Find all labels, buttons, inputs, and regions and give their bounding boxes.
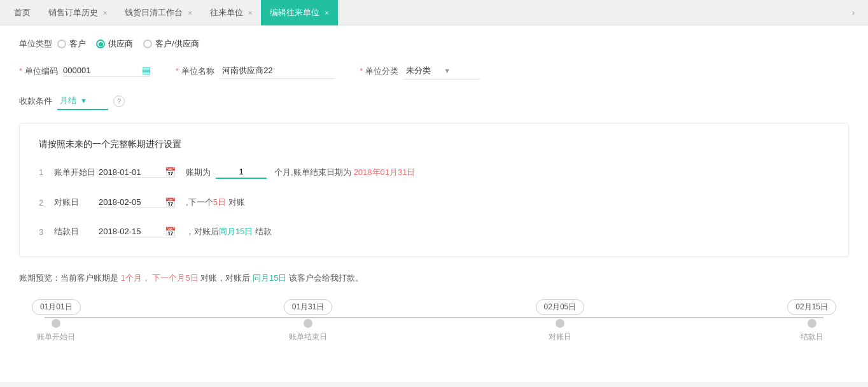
tab-partner[interactable]: 往来单位 × — [201, 0, 261, 25]
tl-label-1: 01月01日 — [32, 299, 81, 315]
tl-node-2: 01月31日 账单结束日 — [284, 299, 333, 342]
tl-node-4: 02月15日 结款日 — [787, 299, 836, 342]
period-input[interactable] — [216, 165, 267, 179]
unit-category-value: 未分类 — [406, 65, 440, 76]
tab-expand-button[interactable]: › — [844, 8, 863, 17]
unit-category-label: 单位分类 — [365, 66, 398, 77]
payment-prefix: ，对账后 — [186, 226, 219, 237]
preview-end: 该客户会给我打款。 — [289, 273, 363, 283]
reconcile-date-calendar-icon[interactable]: 📅 — [165, 197, 176, 208]
unit-type-row: 单位类型 客户 供应商 客户/供应商 — [19, 38, 849, 50]
tl-sublabel-2: 账单结束日 — [289, 332, 327, 342]
tl-dot-4 — [808, 319, 816, 328]
close-edit-partner-tab[interactable]: × — [325, 9, 328, 17]
timeline-container: 01月01日 账单开始日 01月31日 账单结束日 02月05日 对账日 02月… — [19, 299, 849, 342]
row-num-2: 2 — [39, 198, 54, 208]
unit-name-item: * 单位名称 — [176, 64, 334, 79]
unit-name-required: * — [176, 66, 179, 76]
tl-node-1: 01月01日 账单开始日 — [32, 299, 81, 342]
unit-category-arrow-icon: ▼ — [444, 67, 477, 74]
tl-sublabel-1: 账单开始日 — [37, 332, 75, 342]
row-label-3: 结款日 — [54, 226, 99, 237]
close-cashier-tab[interactable]: × — [188, 9, 192, 17]
unit-name-label: 单位名称 — [181, 66, 214, 77]
preview-middle: 下一个月5日 — [152, 273, 198, 283]
setting-row-2: 2 对账日 📅 ,下一个 5日 对账 — [39, 197, 829, 208]
tl-dot-1 — [52, 319, 60, 328]
row-label-2: 对账日 — [54, 197, 99, 208]
setting-row-3: 3 结款日 📅 ，对账后 同月15日 结款 — [39, 226, 829, 237]
tl-label-3: 02月05日 — [536, 299, 585, 315]
payment-date-input[interactable] — [99, 227, 162, 236]
radio-circle-both — [143, 39, 152, 48]
tab-edit-partner[interactable]: 编辑往来单位 × — [261, 0, 337, 25]
tl-dot-3 — [556, 319, 564, 328]
period-prefix: 账期为 — [186, 167, 211, 178]
payment-day-highlight: 同月15日 — [219, 226, 253, 237]
setting-row-1: 1 账单开始日 📅 账期为 个月,账单结束日期为 2018年01月31日 — [39, 165, 829, 179]
page-content: 单位类型 客户 供应商 客户/供应商 * 单位编码 — [0, 25, 868, 382]
tl-dot-2 — [304, 319, 312, 328]
payment-help-icon[interactable]: ? — [113, 95, 125, 107]
tl-label-4: 02月15日 — [787, 299, 836, 315]
unit-type-label: 单位类型 — [19, 38, 52, 50]
reconcile-suffix: 对账 — [228, 197, 245, 208]
tl-sublabel-4: 结款日 — [801, 332, 823, 342]
payment-condition-arrow-icon: ▼ — [80, 97, 87, 104]
settings-title: 请按照未来的一个完整帐期进行设置 — [39, 139, 829, 150]
radio-label-supplier: 供应商 — [108, 38, 133, 50]
preview-period: 1个月， — [121, 273, 150, 283]
preview-mid2: 对账，对账后 — [200, 273, 250, 283]
timeline-nodes: 01月01日 账单开始日 01月31日 账单结束日 02月05日 对账日 02月… — [32, 299, 836, 342]
unit-code-required: * — [19, 66, 22, 76]
radio-group-unit-type: 客户 供应商 客户/供应商 — [57, 38, 199, 50]
reconcile-day-highlight: 5日 — [213, 197, 226, 208]
end-date-highlight: 2018年01月31日 — [354, 167, 416, 178]
payment-condition-label: 收款条件 — [19, 95, 52, 107]
tab-sales-history[interactable]: 销售订单历史 × — [39, 0, 116, 25]
close-sales-history-tab[interactable]: × — [103, 9, 107, 17]
unit-code-input[interactable] — [63, 66, 139, 75]
payment-condition-row: 收款条件 月结 ▼ ? — [19, 92, 849, 110]
unit-category-select[interactable]: 未分类 ▼ — [403, 62, 480, 80]
radio-customer[interactable]: 客户 — [57, 38, 86, 50]
close-partner-tab[interactable]: × — [248, 9, 252, 17]
row-num-1: 1 — [39, 167, 54, 177]
tl-node-3: 02月05日 对账日 — [536, 299, 585, 342]
period-suffix: 个月,账单结束日期为 — [274, 167, 351, 178]
preview-label: 账期预览：当前客户账期是 — [19, 273, 118, 283]
unit-type-item: 单位类型 客户 供应商 客户/供应商 — [19, 38, 199, 50]
payment-condition-value: 月结 — [60, 95, 76, 106]
reconcile-prefix: ,下一个 — [186, 197, 213, 208]
row-label-1: 账单开始日 — [54, 167, 99, 178]
radio-label-customer: 客户 — [69, 38, 86, 50]
tl-label-2: 01月31日 — [284, 299, 333, 315]
payment-condition-select[interactable]: 月结 ▼ — [57, 92, 108, 110]
radio-supplier[interactable]: 供应商 — [96, 38, 133, 50]
reconcile-date-input[interactable] — [99, 197, 162, 207]
unit-name-input[interactable] — [220, 64, 334, 79]
settings-box: 请按照未来的一个完整帐期进行设置 1 账单开始日 📅 账期为 个月,账单结束日期… — [19, 123, 849, 257]
start-date-calendar-icon[interactable]: 📅 — [165, 167, 176, 177]
tl-sublabel-3: 对账日 — [549, 332, 571, 342]
payment-suffix: 结款 — [255, 226, 272, 237]
payment-date-calendar-icon[interactable]: 📅 — [165, 227, 176, 237]
tab-home[interactable]: 首页 — [5, 0, 39, 25]
unit-code-icon[interactable]: ▤ — [142, 65, 150, 75]
tab-bar: 首页 销售订单历史 × 钱货日清工作台 × 往来单位 × 编辑往来单位 × › — [0, 0, 868, 25]
unit-code-input-wrap: ▤ — [63, 65, 150, 77]
radio-circle-customer — [57, 39, 66, 48]
unit-code-item: * 单位编码 ▤ — [19, 65, 150, 77]
preview-teal: 同月15日 — [253, 273, 286, 283]
tab-cashier[interactable]: 钱货日清工作台 × — [116, 0, 200, 25]
reconcile-date-wrap: 📅 — [99, 197, 176, 208]
unit-code-label: 单位编码 — [25, 66, 58, 77]
radio-both[interactable]: 客户/供应商 — [143, 38, 199, 50]
radio-circle-supplier — [96, 39, 105, 48]
start-date-wrap: 📅 — [99, 167, 176, 178]
start-date-input[interactable] — [99, 167, 162, 177]
row-num-3: 3 — [39, 227, 54, 237]
payment-date-wrap: 📅 — [99, 227, 176, 237]
unit-category-required: * — [360, 66, 363, 76]
unit-info-row: * 单位编码 ▤ * 单位名称 * 单位分类 未分类 ▼ — [19, 62, 849, 80]
